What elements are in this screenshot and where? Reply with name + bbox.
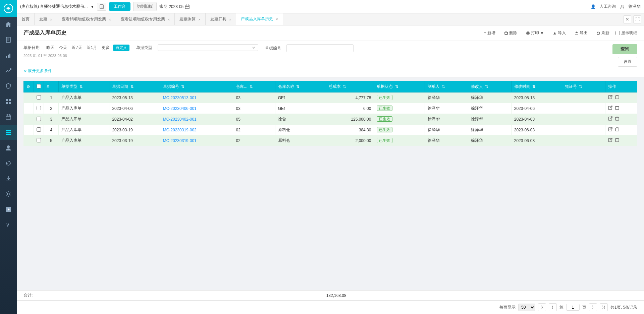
th-modify-time[interactable]: 修改时间 ⇅ xyxy=(511,81,562,92)
tab-expand-btn[interactable]: ⛶ xyxy=(633,15,641,23)
row-number-link[interactable]: MC-20230402-001 xyxy=(163,117,197,122)
th-number[interactable]: 单据编号 ⇅ xyxy=(160,81,233,92)
page-next-btn[interactable]: ⟩ xyxy=(589,303,597,311)
tab-view-purchase-close[interactable]: × xyxy=(168,17,170,21)
sidebar-item-loop[interactable] xyxy=(0,155,17,171)
sidebar-item-v[interactable]: V xyxy=(0,217,17,233)
tab-view-purchase[interactable]: 查看进项增值税专用发票 × xyxy=(116,13,175,25)
table-row[interactable]: 1 产品入库单 2023-05-13 MC-20230513-001 03 GE… xyxy=(24,92,637,103)
tab-view-sales-close[interactable]: × xyxy=(109,17,111,21)
page-prev-btn[interactable]: ⟨ xyxy=(549,303,557,311)
tab-invoice-close[interactable]: × xyxy=(50,17,52,21)
print-btn[interactable]: 打印 ▼ xyxy=(523,29,547,37)
work-btn[interactable]: 工作台 xyxy=(109,2,130,11)
sidebar-item-stats[interactable] xyxy=(0,63,17,78)
sidebar-item-calendar[interactable] xyxy=(0,109,17,125)
date-btn-yesterday[interactable]: 昨天 xyxy=(45,44,56,51)
show-detail-checkbox[interactable] xyxy=(615,31,620,35)
sidebar-item-gear[interactable] xyxy=(0,186,17,202)
tab-invoice[interactable]: 发票 × xyxy=(35,13,57,25)
row-checkbox[interactable] xyxy=(37,127,41,132)
th-total-cost[interactable]: 总成本 ⇅ xyxy=(326,81,374,92)
row-number-link[interactable]: MC-20230319-002 xyxy=(163,128,197,132)
row-settings[interactable] xyxy=(24,103,34,114)
row-number[interactable]: MC-20230406-001 xyxy=(160,103,233,114)
tab-home[interactable]: 首页 xyxy=(17,13,35,25)
row-edit-icon[interactable] xyxy=(608,138,613,143)
row-delete-icon[interactable] xyxy=(615,127,620,133)
per-page-select[interactable]: 50 100 xyxy=(518,304,535,311)
row-delete-icon[interactable] xyxy=(615,95,620,101)
tab-product-history[interactable]: 产成品入库单历史 × xyxy=(236,13,283,25)
row-edit-icon[interactable] xyxy=(608,95,613,101)
th-modifier[interactable]: 修改人 ⇅ xyxy=(468,81,511,92)
query-btn[interactable]: 查询 xyxy=(612,44,637,54)
row-number-link[interactable]: MC-20230406-001 xyxy=(163,106,197,111)
tab-invoice-calc[interactable]: 发票测算 × xyxy=(175,13,205,25)
date-btn-1month[interactable]: 近1月 xyxy=(86,44,99,51)
table-row[interactable]: 3 产品入库单 2023-04-02 MC-20230402-001 05 徐合… xyxy=(24,114,637,125)
support-label[interactable]: 人工咨询 xyxy=(600,4,616,9)
sidebar-item-person[interactable] xyxy=(0,140,17,155)
page-first-btn[interactable]: ⟨⟨ xyxy=(538,303,546,311)
th-settings[interactable]: ⚙ xyxy=(24,81,34,92)
sidebar-item-download[interactable] xyxy=(0,171,17,186)
table-row[interactable]: 2 产品入库单 2023-04-06 MC-20230406-001 03 GE… xyxy=(24,103,637,114)
row-checkbox[interactable] xyxy=(37,138,41,142)
sidebar-item-shield[interactable] xyxy=(0,78,17,94)
row-settings[interactable] xyxy=(24,114,34,125)
tab-product-history-close[interactable]: × xyxy=(276,17,278,21)
tab-view-sales[interactable]: 查看销项增值税专用发票 × xyxy=(57,13,116,25)
row-delete-icon[interactable] xyxy=(615,106,620,111)
refresh-btn[interactable]: 刷新 xyxy=(594,29,612,37)
export-btn[interactable]: 导出 xyxy=(572,29,590,37)
expand-more-btn[interactable]: 展开更多条件 xyxy=(23,68,637,74)
sidebar-item-home[interactable] xyxy=(0,17,17,32)
doc-icon-btn[interactable] xyxy=(97,3,106,11)
row-edit-icon[interactable] xyxy=(608,116,613,122)
page-last-btn[interactable]: ⟩⟩ xyxy=(600,303,608,311)
row-checkbox[interactable] xyxy=(37,117,41,121)
row-checkbox[interactable] xyxy=(37,106,41,110)
row-settings[interactable] xyxy=(24,135,34,146)
tab-invoice-open[interactable]: 发票开具 × xyxy=(206,13,236,25)
date-btn-7days[interactable]: 近7天 xyxy=(70,44,84,51)
th-warehouse-code[interactable]: 仓库... ⇅ xyxy=(233,81,275,92)
row-number-link[interactable]: MC-20230319-001 xyxy=(163,138,197,143)
row-number-link[interactable]: MC-20230513-001 xyxy=(163,96,197,100)
row-number[interactable]: MC-20230319-001 xyxy=(160,135,233,146)
row-edit-icon[interactable] xyxy=(608,106,613,111)
tab-close-all-btn[interactable]: ✕ xyxy=(623,15,631,23)
row-delete-icon[interactable] xyxy=(615,138,620,143)
row-delete-icon[interactable] xyxy=(615,116,620,122)
check-all[interactable] xyxy=(37,84,41,88)
row-settings[interactable] xyxy=(24,92,34,103)
delete-btn[interactable]: 删除 xyxy=(501,29,520,37)
row-number[interactable]: MC-20230513-001 xyxy=(160,92,233,103)
row-checkbox[interactable] xyxy=(37,95,41,100)
table-row[interactable]: 4 产品入库单 2023-03-19 MC-20230319-002 02 原料… xyxy=(24,125,637,135)
date-btn-more[interactable]: 更多 xyxy=(100,44,111,51)
sidebar-item-chart[interactable] xyxy=(0,48,17,63)
th-date[interactable]: 单据日期 ⇅ xyxy=(109,81,160,92)
sidebar-item-grid[interactable] xyxy=(0,94,17,109)
app-logo[interactable] xyxy=(0,0,17,17)
set-btn[interactable]: 设置 xyxy=(618,57,637,67)
th-status[interactable]: 单据状态 ⇅ xyxy=(374,81,425,92)
type-select[interactable] xyxy=(158,44,258,51)
th-voucher[interactable]: 凭证号 ⇅ xyxy=(562,81,605,92)
print-arrow[interactable]: ▼ xyxy=(540,31,544,36)
th-type[interactable]: 单据类型 ⇅ xyxy=(59,81,109,92)
row-settings[interactable] xyxy=(24,125,34,135)
row-number[interactable]: MC-20230402-001 xyxy=(160,114,233,125)
sidebar-item-play[interactable] xyxy=(0,202,17,217)
tab-invoice-calc-close[interactable]: × xyxy=(198,17,200,21)
number-input[interactable] xyxy=(286,44,354,52)
sidebar-item-doc[interactable] xyxy=(0,32,17,48)
table-row[interactable]: 5 产品入库单 2023-03-19 MC-20230319-001 02 原料… xyxy=(24,135,637,146)
sidebar-item-stack[interactable] xyxy=(0,125,17,140)
th-warehouse-name[interactable]: 仓库名称 ⇅ xyxy=(275,81,326,92)
new-btn[interactable]: + 新增 xyxy=(481,29,498,37)
import-btn[interactable]: 导入 xyxy=(550,29,569,37)
row-edit-icon[interactable] xyxy=(608,127,613,133)
